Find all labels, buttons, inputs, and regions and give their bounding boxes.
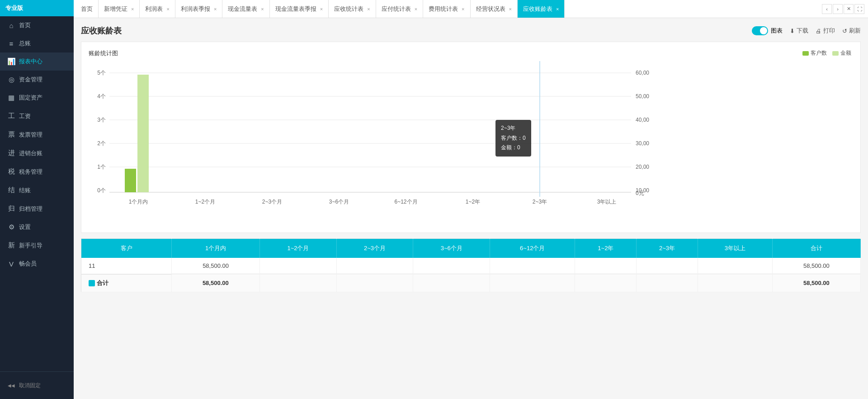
svg-text:50,000.00元: 50,000.00元 — [636, 93, 649, 100]
tab-next-button[interactable]: › — [833, 4, 843, 14]
sidebar-item-reports[interactable]: 📊 报表中心 — [0, 52, 74, 71]
refresh-button[interactable]: ↺ 刷新 — [842, 27, 861, 35]
gear-icon: ⚙ — [7, 223, 15, 231]
chart-toggle-label: 图表 — [771, 27, 783, 35]
refresh-label: 刷新 — [849, 27, 861, 35]
tab-profit-close[interactable]: × — [166, 6, 169, 12]
close-account-icon: 结 — [7, 186, 15, 195]
tab-profit-q-close[interactable]: × — [214, 6, 217, 12]
sidebar-item-settings[interactable]: ⚙ 设置 — [0, 218, 74, 236]
svg-text:6~12个月: 6~12个月 — [394, 199, 417, 205]
reports-icon: 📊 — [7, 57, 15, 66]
tab-close-all-button[interactable]: ✕ — [844, 4, 854, 14]
tab-voucher[interactable]: 新增凭证 × — [99, 0, 140, 18]
data-table: 客户 1个月内 1~2个月 2~3个月 3~6个月 6~12个月 1~2年 2~… — [81, 238, 861, 292]
tab-payable-close[interactable]: × — [415, 6, 417, 12]
asset-icon: ▦ — [7, 94, 15, 102]
cell-total-0: 58,500.00 — [772, 258, 860, 274]
tab-expense-label: 费用统计表 — [429, 5, 458, 13]
chart-container: 账龄统计图 客户数 金额 5个 4个 3个 2个 1个 — [81, 42, 861, 233]
svg-text:3年以上: 3年以上 — [597, 199, 617, 205]
svg-text:1~2个月: 1~2个月 — [195, 199, 215, 205]
page-content: 应收账龄表 图表 ⬇ 下载 🖨 打印 ↺ 刷新 — [74, 18, 868, 399]
tab-fullscreen-button[interactable]: ⛶ — [854, 4, 864, 14]
svg-text:60,000.00元: 60,000.00元 — [636, 70, 649, 76]
tab-cashflow-close[interactable]: × — [261, 6, 264, 12]
tab-cashflow-q-label: 现金流量表季报 — [275, 5, 316, 13]
sidebar-item-archive[interactable]: 归 归档管理 — [0, 200, 74, 218]
archive-icon: 归 — [7, 204, 15, 213]
unpin-button[interactable]: ◂◂ 取消固定 — [0, 376, 74, 394]
tab-payable-label: 应付统计表 — [382, 5, 411, 13]
chart-toggle[interactable]: 图表 — [752, 26, 783, 35]
tab-operation[interactable]: 经营状况表 × — [471, 0, 518, 18]
svg-text:3个: 3个 — [97, 117, 106, 123]
sidebar-item-home[interactable]: ⌂ 首页 — [0, 16, 74, 34]
tab-receivable[interactable]: 应收统计表 × — [329, 0, 376, 18]
tab-cashflow-q[interactable]: 现金流量表季报 × — [270, 0, 329, 18]
download-button[interactable]: ⬇ 下载 — [790, 27, 808, 35]
svg-text:20,000.00元: 20,000.00元 — [636, 164, 649, 170]
sidebar-item-salary[interactable]: 工 工资 — [0, 107, 74, 125]
pin-icon: ◂◂ — [7, 381, 15, 390]
sidebar-item-close[interactable]: 结 结账 — [0, 181, 74, 200]
app-logo: 专业版 — [0, 0, 74, 16]
svg-text:40,000.00元: 40,000.00元 — [636, 117, 649, 123]
sidebar-item-guide[interactable]: 新 新手引导 — [0, 236, 74, 255]
sidebar-item-label: 报表中心 — [19, 57, 42, 66]
tab-aging-close[interactable]: × — [556, 6, 559, 12]
tab-operation-close[interactable]: × — [509, 6, 512, 12]
cell-customer-0: 11 — [81, 258, 172, 274]
sidebar: 专业版 ⌂ 首页 ≡ 总账 📊 报表中心 ◎ 资金管理 ▦ 固定资产 工 工资 … — [0, 0, 74, 399]
sidebar-item-label: 资金管理 — [19, 76, 42, 84]
table-header-row: 客户 1个月内 1~2个月 2~3个月 3~6个月 6~12个月 1~2年 2~… — [81, 239, 861, 258]
cell-1-2m-0 — [260, 258, 337, 274]
legend-customer-label: 客户数 — [811, 49, 827, 57]
tab-cashflow[interactable]: 现金流量表 × — [222, 0, 269, 18]
svg-text:1个月内: 1个月内 — [129, 199, 148, 205]
tab-receivable-close[interactable]: × — [367, 6, 370, 12]
bar-light-0 — [137, 75, 149, 192]
tab-expense-close[interactable]: × — [462, 6, 464, 12]
tab-aging[interactable]: 应收账龄表 × — [518, 0, 565, 18]
sidebar-item-fund[interactable]: ◎ 资金管理 — [0, 71, 74, 89]
sidebar-item-asset[interactable]: ▦ 固定资产 — [0, 89, 74, 107]
tab-home[interactable]: 首页 — [75, 0, 99, 18]
sidebar-item-ledger[interactable]: ≡ 总账 — [0, 34, 74, 52]
svg-text:1~2年: 1~2年 — [466, 199, 480, 205]
tab-cashflow-label: 现金流量表 — [228, 5, 257, 13]
tab-aging-label: 应收账龄表 — [523, 5, 552, 13]
tab-receivable-label: 应收统计表 — [334, 5, 363, 13]
guide-icon: 新 — [7, 241, 15, 250]
print-icon: 🖨 — [816, 28, 821, 34]
tab-profit[interactable]: 利润表 × — [140, 0, 175, 18]
sidebar-bottom: ◂◂ 取消固定 — [0, 371, 74, 399]
sidebar-item-label: 归档管理 — [19, 205, 42, 213]
sidebar-item-member[interactable]: V 畅会员 — [0, 255, 74, 273]
tab-voucher-close[interactable]: × — [131, 6, 134, 12]
tab-cashflow-q-close[interactable]: × — [320, 6, 323, 12]
sidebar-item-tax[interactable]: 税 税务管理 — [0, 162, 74, 181]
cell-3-6m-0 — [413, 258, 490, 274]
tab-profit-q-label: 利润表季报 — [181, 5, 210, 13]
svg-text:2~3个月: 2~3个月 — [262, 199, 282, 205]
tab-profit-q[interactable]: 利润表季报 × — [175, 0, 222, 18]
tab-prev-button[interactable]: ‹ — [822, 4, 832, 14]
sidebar-item-stock[interactable]: 进 进销台账 — [0, 144, 74, 162]
th-2-3m: 2~3个月 — [336, 239, 413, 258]
sidebar-item-label: 税务管理 — [19, 168, 42, 176]
toggle-track[interactable] — [752, 26, 768, 35]
table-row: 11 58,500.00 58,500.00 — [81, 258, 861, 274]
tab-payable[interactable]: 应付统计表 × — [376, 0, 423, 18]
sidebar-item-label: 首页 — [19, 21, 31, 29]
print-button[interactable]: 🖨 打印 — [816, 27, 835, 35]
svg-text:0元: 0元 — [636, 190, 644, 196]
th-3y-plus: 3年以上 — [698, 239, 772, 258]
tab-expense[interactable]: 费用统计表 × — [423, 0, 470, 18]
unpin-label: 取消固定 — [19, 382, 41, 390]
total-col2 — [260, 274, 337, 292]
th-2-3y: 2~3年 — [637, 239, 698, 258]
chart-title: 账龄统计图 — [89, 49, 853, 57]
sidebar-item-invoice[interactable]: 票 发票管理 — [0, 125, 74, 144]
cell-total-label: 合计 — [81, 274, 172, 292]
